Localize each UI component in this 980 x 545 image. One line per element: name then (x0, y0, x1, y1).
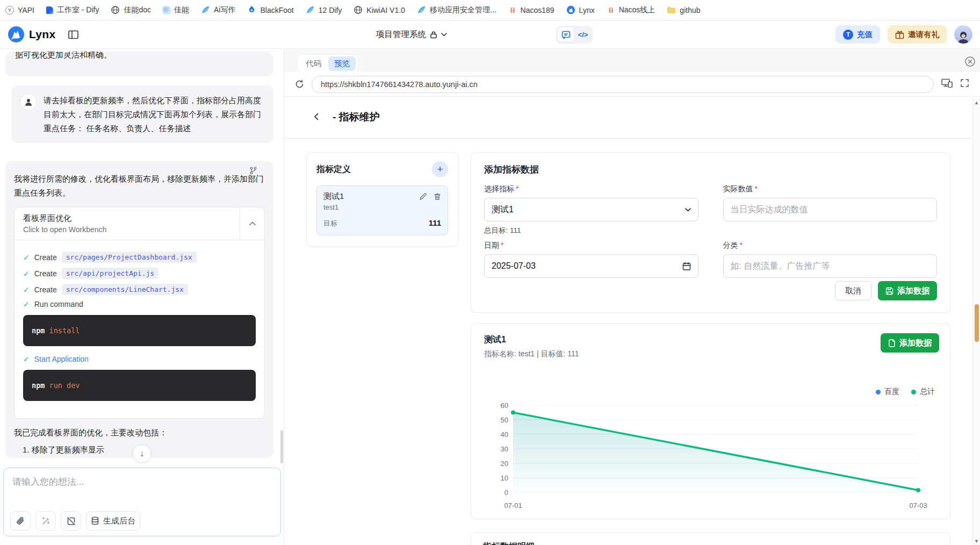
url-field[interactable]: https://shkbln1747661434278.auto.yunji-a… (312, 76, 934, 93)
avatar-person-icon (956, 31, 970, 44)
workbench-step[interactable]: ✓Start Application (23, 355, 256, 363)
preview-scrollbar[interactable]: ▲ ▼ (972, 99, 980, 545)
total-target-hint: 总目标: 111 (484, 226, 698, 235)
responsive-toggle-button[interactable] (941, 78, 953, 90)
chart-add-label: 添加数据 (899, 338, 932, 348)
bookmark-item[interactable]: Ai写作 (201, 5, 235, 15)
bookmark-item[interactable]: 12 Dify (306, 5, 342, 15)
bookmark-item[interactable]: YYAPI (5, 6, 34, 15)
tab-code[interactable]: 代码 (300, 56, 327, 71)
trash-icon (434, 192, 441, 200)
globe-favicon-icon (354, 5, 363, 15)
bookmark-item[interactable]: BlackFoot (247, 5, 293, 15)
bookmark-item[interactable]: (-)Nacos189 (508, 6, 554, 15)
disable-draw-button[interactable] (61, 511, 81, 530)
definition-card-title: 指标定义 (316, 164, 351, 175)
date-input[interactable]: 2025-07-03 (484, 254, 698, 278)
bookmark-item[interactable]: 佳能 (163, 5, 189, 15)
close-preview-button[interactable] (964, 56, 976, 69)
fullscreen-icon (960, 78, 969, 88)
svg-text:60: 60 (501, 401, 508, 410)
calendar-icon[interactable] (682, 262, 691, 271)
actual-value-label: 实际数值* (723, 184, 938, 194)
workbench-collapse-button[interactable] (240, 207, 264, 240)
bookmark-label: 工作室 - Dify (57, 5, 99, 15)
scroll-up-arrow[interactable]: ▲ (973, 100, 980, 105)
project-switcher[interactable]: 项目管理系统 (376, 20, 447, 49)
legend-dot-icon (876, 390, 881, 395)
legend-dot-icon (911, 390, 916, 395)
chat-input-field[interactable] (4, 468, 280, 501)
legend-item[interactable]: 百度 (876, 387, 899, 397)
enhance-button[interactable] (35, 511, 56, 530)
recharge-label: 充值 (857, 30, 873, 40)
metric-name: 测试1 (323, 191, 344, 202)
metric-definition-card: 指标定义 + 测试1 (306, 152, 458, 247)
recharge-button[interactable]: T 充值 (835, 25, 880, 44)
bookmark-item[interactable]: Lynx (566, 5, 595, 15)
bookmark-item[interactable]: KiwiAI V1.0 (354, 5, 405, 15)
fork-branch-icon[interactable] (249, 167, 257, 177)
sidebar-toggle-icon[interactable] (68, 30, 78, 39)
bookmark-item[interactable]: 佳能doc (111, 5, 151, 15)
file-path-chip: src/api/projectApi.js (62, 268, 158, 279)
file-path-chip: src/components/LineChart.jsx (62, 284, 188, 295)
tab-preview[interactable]: 预览 (328, 56, 356, 71)
cancel-button[interactable]: 取消 (835, 281, 871, 300)
chat-scrollbar-thumb[interactable] (280, 430, 283, 463)
bookmark-item[interactable]: (-)Nacos线上 (607, 5, 655, 15)
save-icon (885, 287, 893, 295)
paperclip-icon (16, 517, 25, 526)
edit-metric-button[interactable] (419, 192, 427, 200)
scroll-down-arrow[interactable]: ▼ (973, 539, 980, 544)
assistant-summary-text: 我已完成看板界面的优化，主要改动包括： (14, 428, 265, 438)
bookmark-item[interactable]: github (667, 5, 700, 15)
legend-item[interactable]: 总计 (911, 387, 935, 397)
metric-item[interactable]: 测试1 (316, 185, 448, 235)
invite-button[interactable]: 邀请有礼 (888, 25, 947, 44)
bookmark-label: github (680, 6, 700, 15)
workbench-open-area[interactable]: 看板界面优化 Click to open Workbench (15, 207, 240, 240)
generate-backend-button[interactable]: 生成后台 (86, 511, 140, 530)
feather-favicon-icon (306, 5, 315, 15)
bookmarks-bar: YYAPI工作室 - Dify佳能doc佳能Ai写作BlackFoot12 Di… (0, 0, 980, 20)
svg-text:40: 40 (501, 431, 508, 439)
add-metric-button[interactable]: + (432, 161, 448, 177)
metric-target-label: 目标 (323, 219, 337, 228)
category-label: 分类* (723, 241, 938, 250)
svg-text:30: 30 (501, 445, 508, 453)
workbench-steps: ✓Createsrc/pages/ProjectDashboard.jsx✓Cr… (15, 240, 264, 418)
delete-metric-button[interactable] (434, 192, 441, 200)
refresh-button[interactable] (295, 80, 304, 89)
bookmark-item[interactable]: 移动应用安全管理... (417, 5, 496, 15)
user-avatar[interactable] (954, 25, 972, 44)
chat-mode-button[interactable] (558, 27, 574, 42)
submit-add-data-button[interactable]: 添加数据 (878, 281, 937, 300)
image-favicon-icon (163, 6, 170, 14)
page-title: - 指标维护 (333, 110, 380, 124)
attach-button[interactable] (10, 511, 31, 530)
metric-select-value: 测试1 (492, 204, 514, 216)
workbench-header: 看板界面优化 Click to open Workbench (15, 207, 264, 240)
bookmark-label: 12 Dify (319, 6, 342, 15)
code-mode-button[interactable]: </> (575, 27, 591, 42)
actual-value-input[interactable] (731, 205, 930, 214)
bookmark-item[interactable]: 工作室 - Dify (46, 5, 99, 15)
fullscreen-button[interactable] (960, 78, 969, 90)
check-icon: ✓ (23, 355, 30, 363)
category-input[interactable] (731, 261, 930, 271)
workbench-title: 看板界面优化 (23, 213, 231, 224)
user-message: 请去掉看板的更新频率，然后优化下界面，指标部分占用高度目前太大，在部门目标完成情… (11, 85, 273, 143)
back-button[interactable] (312, 112, 321, 121)
dify-favicon-icon (46, 6, 53, 14)
lynx-favicon-icon (566, 5, 575, 15)
step-action: Create (34, 253, 57, 262)
workbench-step: ✓Createsrc/api/projectApi.js (23, 268, 256, 279)
metric-select[interactable]: 测试1 (484, 198, 698, 221)
scroll-to-bottom-button[interactable]: ↓ (133, 444, 151, 463)
close-icon (964, 56, 976, 67)
preview-tab-group: 代码 预览 (298, 55, 358, 73)
preview-scrollbar-thumb[interactable] (975, 304, 979, 342)
chart-add-data-button[interactable]: 添加数据 (881, 333, 939, 353)
step-action: Run command (34, 300, 83, 309)
